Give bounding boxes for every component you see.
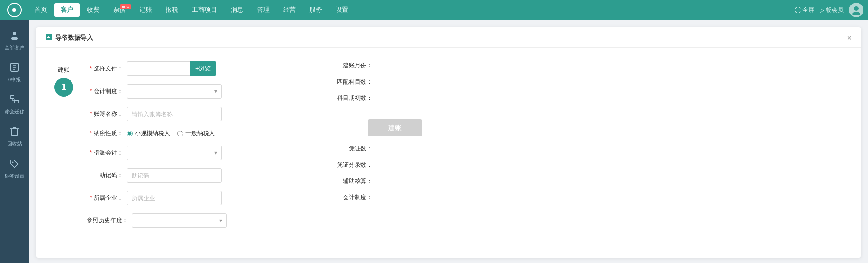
close-button[interactable]: × — [847, 34, 852, 42]
avatar[interactable] — [849, 3, 863, 17]
accountant-select[interactable] — [127, 146, 222, 160]
sidebar: 全部客户 0申报 账套迁移 — [0, 20, 29, 263]
match-subjects-label: 匹配科目数： — [332, 78, 372, 86]
small-taxpayer-radio[interactable]: 小规模纳税人 — [127, 129, 170, 137]
build-button[interactable]: 建账 — [368, 119, 422, 136]
history-year-select-wrapper — [132, 213, 227, 228]
dialog-header: 导爷数据导入 × — [36, 27, 861, 48]
voucher-entries-row: 凭证分录数： — [332, 161, 458, 169]
svg-point-2 — [854, 6, 859, 11]
accountant-select-wrapper — [127, 146, 222, 160]
build-month-label: 建账月份： — [332, 61, 372, 70]
history-year-select[interactable] — [132, 213, 227, 228]
tax-type-radio-group: 小规模纳税人 一般纳税人 — [127, 129, 215, 137]
form-grid: 选择文件： +浏览 会计制度： — [87, 61, 277, 228]
divider — [304, 61, 304, 228]
nav-ledger[interactable]: 记账 — [133, 3, 158, 17]
member-btn[interactable]: ▷ 畅会员 — [820, 6, 844, 14]
tax-type-row: 纳税性质： 小规模纳税人 一般纳税人 — [87, 129, 277, 137]
voucher-entries-label: 凭证分录数： — [332, 161, 372, 169]
sidebar-item-label: 标签设置 — [5, 173, 24, 179]
company-row: 所属企业： — [87, 191, 277, 205]
content-area: 导爷数据导入 × 建账 1 选择文件： — [29, 20, 868, 263]
new-badge: new — [120, 4, 131, 9]
zero-report-icon — [9, 62, 20, 75]
nav-settings[interactable]: 设置 — [329, 3, 355, 17]
accounting-system-row: 会计制度： — [87, 84, 277, 99]
aux-accounting-label: 辅助核算： — [332, 177, 372, 185]
company-label: 所属企业： — [87, 194, 123, 202]
info-accounting-system-row: 会计制度： — [332, 193, 458, 202]
import-icon — [45, 33, 52, 42]
browse-button[interactable]: +浏览 — [190, 61, 216, 76]
nav-home[interactable]: 首页 — [28, 3, 53, 17]
recycle-icon — [9, 126, 20, 139]
subjects-init-label: 科目期初数： — [332, 94, 372, 102]
sidebar-item-all-customers[interactable]: 全部客户 — [0, 24, 29, 56]
nav-service[interactable]: 服务 — [303, 3, 328, 17]
company-input[interactable] — [127, 191, 222, 205]
sidebar-item-recycle[interactable]: 回收站 — [0, 121, 29, 153]
accountant-row: 指派会计： — [87, 146, 277, 160]
top-navigation: 首页 客户 收费 票据 new 记账 报税 工商项目 消息 管理 经营 服务 设… — [0, 0, 868, 20]
nav-message[interactable]: 消息 — [224, 3, 250, 17]
file-label: 选择文件： — [87, 65, 123, 73]
accounting-system-label: 会计制度： — [87, 87, 123, 95]
match-subjects-row: 匹配科目数： — [332, 78, 458, 86]
build-btn-area: 建账 — [332, 119, 458, 136]
accounting-system-select[interactable] — [127, 84, 222, 99]
dialog-panel: 导爷数据导入 × 建账 1 选择文件： — [36, 27, 861, 258]
form-area: 建账 1 选择文件： +浏览 — [36, 48, 861, 237]
memo-code-input[interactable] — [127, 168, 222, 183]
sidebar-item-zero-report[interactable]: 0申报 — [0, 56, 29, 89]
svg-point-4 — [13, 32, 16, 35]
sidebar-item-label: 账套迁移 — [5, 108, 24, 115]
all-customers-icon — [9, 30, 20, 42]
nav-operation[interactable]: 经营 — [277, 3, 302, 17]
svg-point-12 — [12, 162, 14, 163]
step-circle: 1 — [54, 78, 73, 97]
logo-icon — [7, 3, 22, 17]
step-indicator: 建账 1 — [54, 61, 73, 228]
sidebar-item-tag-settings[interactable]: 标签设置 — [0, 153, 29, 185]
vouchers-label: 凭证数： — [332, 145, 372, 153]
sidebar-item-account-migration[interactable]: 账套迁移 — [0, 89, 29, 121]
general-taxpayer-input[interactable] — [177, 131, 183, 136]
sidebar-item-label: 0申报 — [8, 76, 21, 83]
general-taxpayer-radio[interactable]: 一般纳税人 — [177, 129, 215, 137]
nav-billing[interactable]: 收费 — [81, 3, 106, 17]
svg-point-1 — [13, 8, 16, 12]
migration-icon — [9, 94, 20, 107]
tag-icon — [9, 158, 20, 171]
file-row: 选择文件： +浏览 — [87, 61, 277, 76]
accountant-label: 指派会计： — [87, 149, 123, 157]
sidebar-item-label: 全部客户 — [5, 44, 24, 51]
small-taxpayer-input[interactable] — [127, 131, 133, 136]
memo-code-row: 助记码： — [87, 168, 277, 183]
nav-items: 首页 客户 收费 票据 new 记账 报税 工商项目 消息 管理 经营 服务 设… — [28, 3, 795, 17]
play-icon: ▷ — [820, 7, 824, 14]
fullscreen-icon: ⛶ — [795, 7, 801, 14]
subjects-init-row: 科目期初数： — [332, 94, 458, 102]
form-right: 建账月份： 匹配科目数： 科目期初数： 建账 — [332, 61, 458, 228]
nav-business[interactable]: 工商项目 — [185, 3, 223, 17]
nav-tax[interactable]: 报税 — [159, 3, 185, 17]
fullscreen-btn[interactable]: ⛶ 全屏 — [795, 6, 814, 14]
form-left: 建账 1 选择文件： +浏览 — [54, 61, 277, 228]
nav-invoice[interactable]: 票据 new — [107, 3, 132, 17]
svg-point-3 — [852, 12, 860, 15]
ledger-name-label: 账簿名称： — [87, 110, 123, 118]
file-input[interactable] — [127, 61, 190, 76]
step-label: 建账 — [58, 66, 70, 74]
nav-customer[interactable]: 客户 — [54, 3, 80, 17]
logo — [5, 0, 24, 20]
nav-right: ⛶ 全屏 ▷ 畅会员 — [795, 3, 863, 17]
tax-type-label: 纳税性质： — [87, 129, 123, 137]
nav-manage[interactable]: 管理 — [251, 3, 276, 17]
main-layout: 全部客户 0申报 账套迁移 — [0, 20, 868, 263]
ledger-name-input[interactable] — [127, 107, 222, 121]
build-month-row: 建账月份： — [332, 61, 458, 70]
svg-point-5 — [11, 37, 18, 40]
sidebar-item-label: 回收站 — [7, 141, 22, 147]
history-year-label: 参照历史年度： — [87, 216, 128, 225]
